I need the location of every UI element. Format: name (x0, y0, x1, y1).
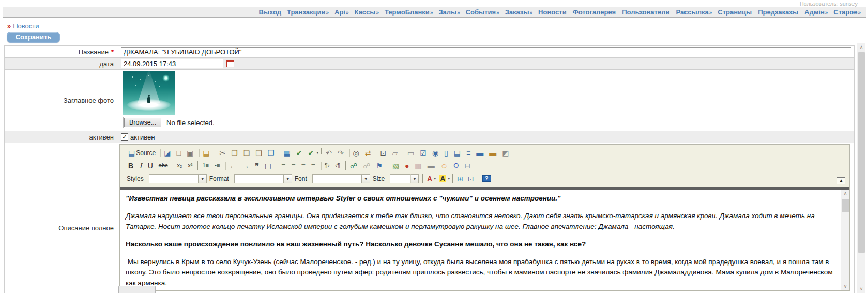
nav-item-thermo-blanks[interactable]: ТермоБланки» (385, 8, 433, 16)
link-icon[interactable]: ☍ (348, 162, 361, 170)
align-left-icon[interactable]: ≡ (280, 162, 290, 170)
redo-icon[interactable]: ↷ (336, 149, 348, 157)
select-all-icon[interactable]: ⊡ (379, 149, 391, 157)
templates-icon[interactable]: ▤ (201, 149, 214, 157)
horizontal-rule-icon[interactable]: ▬ (426, 162, 439, 170)
strikethrough-icon[interactable]: abc (157, 162, 172, 169)
font-combo[interactable]: ▼ (312, 174, 370, 183)
special-char-icon[interactable]: Ω (452, 162, 463, 170)
div-container-icon[interactable]: ▢ (263, 162, 276, 170)
find-icon[interactable]: ◎ (352, 149, 363, 157)
text-color-icon[interactable]: A▾ (425, 175, 437, 183)
scroll-up-icon[interactable]: ∧ (841, 190, 849, 197)
radio-field-icon[interactable]: ◉ (431, 149, 443, 157)
hidden-field-icon[interactable]: ◩ (500, 149, 513, 157)
nav-item-cash-desks[interactable]: Кассы» (355, 8, 379, 16)
scroll-down-icon[interactable]: ∨ (841, 283, 849, 290)
editor-content-area[interactable]: ∧ ∨ "Известная певица рассказала в экскл… (120, 187, 849, 290)
superscript-icon[interactable]: x² (186, 162, 196, 169)
editor-scrollbar-thumb[interactable] (842, 199, 849, 212)
align-right-icon[interactable]: ≡ (299, 162, 309, 170)
nav-item-events[interactable]: События» (466, 8, 499, 16)
page-scrollbar[interactable]: ∧ ∨ (857, 43, 865, 293)
button-field-icon[interactable]: ▬ (475, 149, 488, 157)
title-input[interactable] (121, 47, 851, 56)
remove-format-icon[interactable]: ▱ (390, 149, 402, 157)
save-icon[interactable]: ◪ (162, 149, 175, 157)
scayt-icon[interactable]: ✔▾ (306, 149, 320, 157)
nav-item-orders[interactable]: Заказы» (505, 8, 532, 16)
breadcrumb-link-news[interactable]: Новости (13, 22, 39, 30)
nav-item-preorders[interactable]: Предзаказы (758, 8, 799, 16)
page-scrollbar-thumb[interactable] (858, 52, 865, 253)
paste-icon[interactable]: ❏ (242, 149, 254, 157)
unlink-icon[interactable]: ☍ (361, 162, 374, 170)
subscript-icon[interactable]: x₂ (176, 162, 187, 169)
bold-icon[interactable]: B (127, 162, 138, 170)
nav-item-users[interactable]: Пользователи (622, 8, 670, 16)
image-button-icon[interactable]: ▬ (488, 149, 500, 157)
underline-icon[interactable]: U (146, 162, 157, 170)
cut-icon[interactable]: ✂ (218, 149, 230, 157)
maximize-icon[interactable]: ⊞ (455, 175, 466, 183)
calendar-icon[interactable] (226, 60, 234, 67)
smiley-icon[interactable]: ☺ (439, 162, 452, 170)
about-icon[interactable]: ? (481, 175, 494, 182)
decrease-indent-icon[interactable]: ← (227, 162, 240, 170)
spellcheck-icon[interactable]: ✔ (295, 149, 307, 157)
italic-icon[interactable]: I (138, 162, 146, 170)
new-page-icon[interactable]: □ (175, 149, 185, 157)
styles-combo[interactable]: ▼ (149, 174, 207, 183)
preview-icon[interactable]: ▣ (185, 149, 197, 157)
justify-icon[interactable]: ≡ (310, 162, 319, 170)
show-blocks-icon[interactable]: ⊡ (466, 175, 477, 183)
date-input[interactable] (121, 59, 223, 68)
nav-item-logout[interactable]: Выход (259, 8, 281, 16)
copy-icon[interactable]: ❐ (230, 149, 242, 157)
chevron-down-icon[interactable]: ▼ (284, 174, 292, 183)
checkbox-field-icon[interactable]: ☑ (418, 149, 431, 157)
nav-item-halls[interactable]: Залы» (438, 8, 460, 16)
text-field-icon[interactable]: ▯ (443, 149, 452, 157)
paste-text-icon[interactable]: ❑ (254, 149, 266, 157)
chevron-down-icon[interactable]: ▼ (199, 174, 207, 183)
form-field-icon[interactable]: ▭ (406, 149, 418, 157)
flash-icon[interactable]: ● (403, 162, 413, 170)
replace-icon[interactable]: ⇄ (363, 149, 375, 157)
nav-item-transactions[interactable]: Транзакции» (287, 8, 329, 16)
browse-button[interactable]: Browse... (124, 118, 161, 127)
nav-item-old[interactable]: Старое» (833, 8, 861, 16)
text-direction-ltr-icon[interactable]: ¶› (323, 162, 334, 169)
select-field-icon[interactable]: ≡ (465, 149, 475, 157)
print-icon[interactable]: ▦ (282, 149, 294, 157)
active-checkbox[interactable]: ✓ (121, 133, 128, 141)
blockquote-icon[interactable]: ❞ (253, 162, 263, 170)
textarea-field-icon[interactable]: ▤ (452, 149, 465, 157)
paste-from-word-icon[interactable]: ❒ (266, 149, 279, 157)
align-center-icon[interactable]: ≡ (290, 162, 299, 170)
image-icon[interactable]: ▧ (391, 162, 403, 170)
undo-icon[interactable]: ↶ (324, 149, 336, 157)
toolbar-collapse-button[interactable]: ▲ (837, 177, 845, 184)
nav-item-api[interactable]: Api» (334, 8, 349, 16)
nav-item-pages[interactable]: Страницы (718, 8, 752, 16)
source-button[interactable]: ▤Source (127, 149, 159, 157)
numbered-list-icon[interactable]: 1≡ (201, 162, 213, 169)
format-combo[interactable]: ▼ (234, 174, 292, 183)
nav-item-news[interactable]: Новости (538, 8, 567, 16)
chevron-down-icon[interactable]: ▼ (362, 174, 370, 183)
increase-indent-icon[interactable]: → (240, 162, 253, 170)
nav-item-admin[interactable]: Адмін» (804, 8, 828, 16)
save-button[interactable]: Сохранить (7, 32, 60, 43)
size-combo[interactable]: ▼ (390, 174, 419, 183)
anchor-icon[interactable]: ⚑ (374, 162, 387, 170)
bulleted-list-icon[interactable]: •≡ (213, 162, 224, 169)
background-color-icon[interactable]: A▾ (437, 175, 451, 183)
text-direction-rtl-icon[interactable]: ‹¶ (333, 162, 344, 169)
scroll-down-icon[interactable]: ∨ (857, 285, 865, 293)
nav-item-mailing[interactable]: Рассылка» (676, 8, 712, 16)
editor-scrollbar[interactable]: ∧ ∨ (841, 190, 849, 290)
nav-item-photogallery[interactable]: Фотогалерея (573, 8, 617, 16)
table-icon[interactable]: ▦ (414, 162, 426, 170)
scroll-up-icon[interactable]: ∧ (857, 43, 865, 51)
